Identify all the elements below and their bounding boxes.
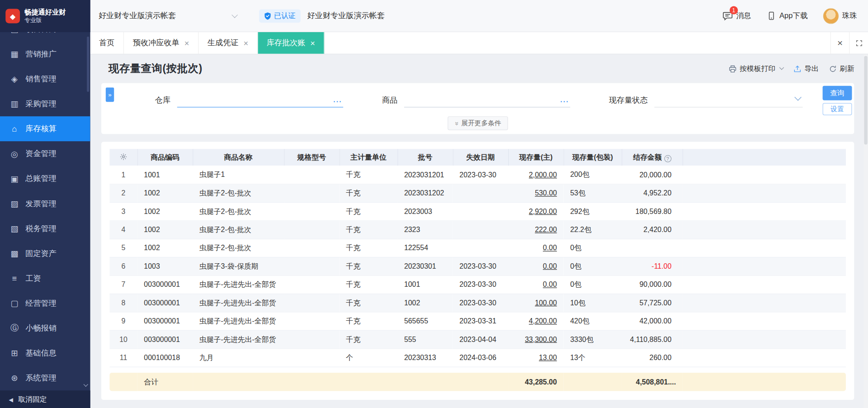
close-all-tabs-icon[interactable]: × <box>830 32 849 54</box>
close-tab-icon[interactable]: × <box>243 39 248 47</box>
sidebar-item-sales[interactable]: ◈销售管理 <box>0 66 90 91</box>
messages-button[interactable]: 1 消息 <box>722 10 751 21</box>
table-settings-gear-icon[interactable] <box>119 152 127 160</box>
quantity-drilldown-link[interactable]: 13.00 <box>539 353 557 361</box>
cell-product-code: 1002 <box>137 202 193 220</box>
purchase-icon: ▥ <box>9 99 19 109</box>
stock-status-label: 现存量状态 <box>609 95 648 105</box>
cell-spec <box>284 239 339 257</box>
quantity-drilldown-link[interactable]: 530.00 <box>535 189 557 197</box>
scrollbar-thumb[interactable] <box>864 56 867 145</box>
sidebar-item-marketing[interactable]: ▦营销推广 <box>0 42 90 66</box>
sidebar-nav: ▤项目合同▦营销推广◈销售管理▥采购管理⌂库存核算◎资金管理▣总账管理▨发票管理… <box>0 17 90 391</box>
refresh-button[interactable]: 刷新 <box>829 64 854 74</box>
table-row[interactable]: 51002虫腿子2-包-批次千克1225540.000包 <box>109 239 846 257</box>
cell-balance-amount: 260.00 <box>622 348 683 366</box>
app-logo: ◆ 畅捷通好业财 专业版 <box>0 0 90 32</box>
sidebar-item-fixed-assets[interactable]: ▩固定资产 <box>0 241 90 266</box>
table-row[interactable]: 8003000001虫腿子-先进先出-全部货千克10022023-03-3010… <box>109 294 846 312</box>
table-row[interactable]: 11000100018九月个202303132024-03-0613.0013个… <box>109 348 846 366</box>
table-row[interactable]: 9003000001虫腿子-先进先出-全部货千克5656552023-03-31… <box>109 312 846 330</box>
user-avatar <box>823 8 839 24</box>
sidebar-item-basic-info[interactable]: ⊞基础信息 <box>0 341 90 365</box>
quantity-drilldown-link[interactable]: 100.00 <box>535 299 557 307</box>
column-header-spec: 规格型号 <box>284 149 339 166</box>
cell-qty-package: 22.2包 <box>564 220 622 238</box>
warehouse-picker-icon[interactable]: ··· <box>333 98 342 105</box>
cell-batch: 20230313 <box>397 348 453 366</box>
cell-qty-main: 13.00 <box>508 348 563 366</box>
cell-product-code: 1001 <box>137 166 193 184</box>
export-button[interactable]: 导出 <box>793 64 819 74</box>
table-row[interactable]: 61003虫腿子3-袋-保质期千克202303012023-03-300.000… <box>109 257 846 275</box>
sidebar-scrollbar[interactable] <box>87 37 89 92</box>
sidebar-item-funds[interactable]: ◎资金管理 <box>0 141 90 166</box>
help-icon[interactable]: ? <box>664 155 671 162</box>
quantity-drilldown-link[interactable]: 4,200.00 <box>529 317 557 325</box>
quantity-drilldown-link[interactable]: 33,300.00 <box>525 335 557 343</box>
app-title: 畅捷通好业财 <box>24 8 66 17</box>
expand-more-filters-button[interactable]: « 展开更多条件 <box>448 116 508 130</box>
sidebar-item-inventory-accounting[interactable]: ⌂库存核算 <box>0 116 90 141</box>
cell-unit: 个 <box>340 348 398 366</box>
close-tab-icon[interactable]: × <box>310 39 315 47</box>
cell-row-number: 5 <box>109 239 137 257</box>
cell-row-number: 3 <box>109 202 137 220</box>
tab-generate-voucher[interactable]: 生成凭证× <box>198 32 258 54</box>
product-picker-icon[interactable]: ··· <box>560 98 569 105</box>
sidebar-item-invoice[interactable]: ▨发票管理 <box>0 191 90 216</box>
cell-balance-amount: 20,000.00 <box>622 166 683 184</box>
cell-expiry: 2023-03-30 <box>453 294 508 312</box>
table-row[interactable]: 10003000001虫腿子-先进先出-全部货千克5552023-04-0433… <box>109 330 846 348</box>
quantity-drilldown-link[interactable]: 0.00 <box>543 244 557 252</box>
table-row[interactable]: 41002虫腿子2-包-批次千克2323222.0022.2包2,420.00 <box>109 220 846 238</box>
stock-status-select[interactable] <box>654 93 802 108</box>
cell-balance-amount: -11.00 <box>622 257 683 275</box>
user-menu[interactable]: 珠珠 <box>823 8 857 24</box>
collapse-filters-button[interactable]: » <box>106 87 114 102</box>
sidebar-item-system[interactable]: ⊛系统管理 <box>0 365 90 390</box>
sidebar-item-payroll[interactable]: ≡工资 <box>0 266 90 291</box>
settings-button[interactable]: 设置 <box>823 103 852 115</box>
vertical-scrollbar[interactable] <box>863 54 868 408</box>
workspace-select[interactable]: 好业财专业版演示帐套 <box>99 11 237 21</box>
export-label: 导出 <box>804 64 819 74</box>
cell-unit: 千克 <box>340 166 398 184</box>
cell-spec <box>284 166 339 184</box>
sidebar-item-general-ledger[interactable]: ▣总账管理 <box>0 166 90 191</box>
sidebar-item-operations[interactable]: ▢经营管理 <box>0 291 90 316</box>
print-by-template-button[interactable]: 按模板打印 <box>728 64 783 74</box>
close-tab-icon[interactable]: × <box>184 39 189 47</box>
sidebar-item-label: 发票管理 <box>25 199 57 209</box>
operations-icon: ▢ <box>9 298 19 308</box>
cell-batch: 2323 <box>397 220 453 238</box>
quantity-drilldown-link[interactable]: 222.00 <box>535 225 557 233</box>
quantity-drilldown-link[interactable]: 2,920.00 <box>529 207 557 215</box>
unpin-sidebar-button[interactable]: ◀ 取消固定 <box>0 390 90 408</box>
query-button[interactable]: 查询 <box>823 86 852 100</box>
sidebar-item-purchase[interactable]: ▥采购管理 <box>0 91 90 116</box>
column-header-qty-package: 现存量(包装) <box>564 149 622 166</box>
app-download-button[interactable]: App下载 <box>767 11 808 21</box>
table-row[interactable]: 7003000001虫腿子-先进先出-全部货千克10012023-03-300.… <box>109 275 846 294</box>
cell-filler <box>683 275 846 294</box>
table-row[interactable]: 31002虫腿子2-包-批次千克20230032,920.00292包180,5… <box>109 202 846 220</box>
tab-prepayment-offset[interactable]: 预收冲应收单× <box>124 32 198 54</box>
cell-balance-amount: 57,725.00 <box>622 294 683 312</box>
fullscreen-icon[interactable] <box>849 32 868 54</box>
sidebar-item-tax[interactable]: ▧税务管理 <box>0 216 90 241</box>
tab-inventory-batch[interactable]: 库存批次账× <box>258 32 325 54</box>
table-row[interactable]: 21002虫腿子2-包-批次千克2023031202530.0053包4,952… <box>109 184 846 202</box>
warehouse-input[interactable]: ··· <box>177 93 343 108</box>
quantity-drilldown-link[interactable]: 0.00 <box>543 262 557 270</box>
product-input[interactable]: ··· <box>404 93 570 108</box>
quantity-drilldown-link[interactable]: 2,000.00 <box>529 171 557 179</box>
column-header-balance-amount: 结存金额? <box>622 149 683 166</box>
cell-unit: 千克 <box>340 294 398 312</box>
chevron-down-icon <box>231 12 238 18</box>
quantity-drilldown-link[interactable]: 0.00 <box>543 280 557 289</box>
sidebar-item-expense[interactable]: Ⓖ小畅报销 <box>0 316 90 341</box>
cell-product-code: 003000001 <box>137 330 193 348</box>
table-row[interactable]: 11001虫腿子1千克20230312012023-03-302,000.002… <box>109 166 846 184</box>
tab-home[interactable]: 首页 <box>90 32 124 54</box>
